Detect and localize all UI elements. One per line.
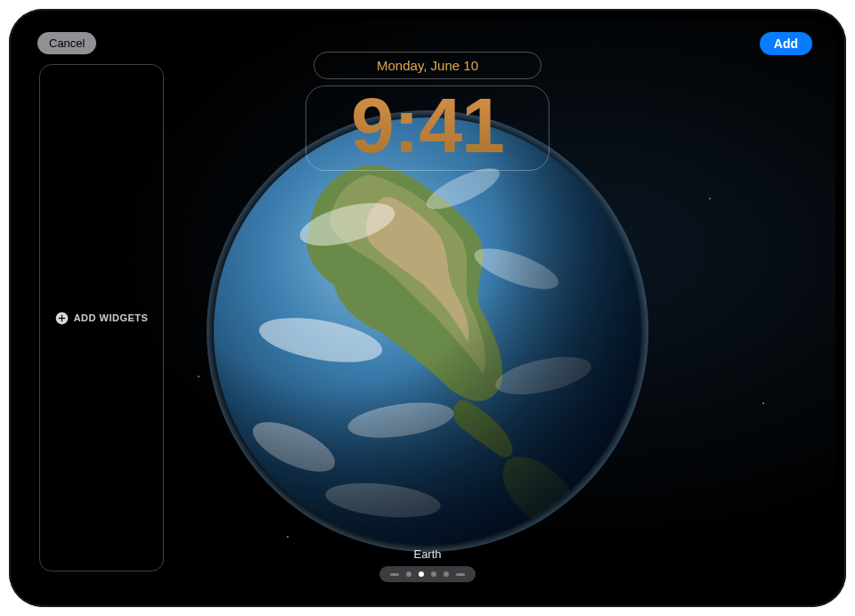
add-button[interactable]: Add xyxy=(760,32,812,55)
earth-wallpaper xyxy=(205,109,650,554)
svg-rect-2 xyxy=(58,317,65,318)
time-display: 9:41 xyxy=(351,86,504,165)
ipad-frame: Cancel Add ADD WIDGETS Monday, June 10 9… xyxy=(9,9,846,607)
page-dot xyxy=(456,573,465,576)
cancel-button[interactable]: Cancel xyxy=(37,32,96,54)
plus-circle-icon xyxy=(55,312,69,325)
page-dot xyxy=(390,573,399,576)
lock-screen-editor: Cancel Add ADD WIDGETS Monday, June 10 9… xyxy=(20,20,835,596)
page-dot-active xyxy=(419,571,424,577)
svg-point-14 xyxy=(214,118,641,545)
page-dot xyxy=(406,571,411,577)
page-indicator[interactable] xyxy=(379,566,476,582)
page-dot xyxy=(444,571,449,577)
widget-sidebar-zone[interactable]: ADD WIDGETS xyxy=(39,64,164,571)
date-widget[interactable]: Monday, June 10 xyxy=(314,52,542,79)
wallpaper-name-label: Earth xyxy=(413,547,441,561)
add-widgets-button[interactable]: ADD WIDGETS xyxy=(55,312,149,325)
time-widget[interactable]: 9:41 xyxy=(305,85,550,171)
page-dot xyxy=(431,571,436,577)
add-widgets-label: ADD WIDGETS xyxy=(74,312,149,323)
